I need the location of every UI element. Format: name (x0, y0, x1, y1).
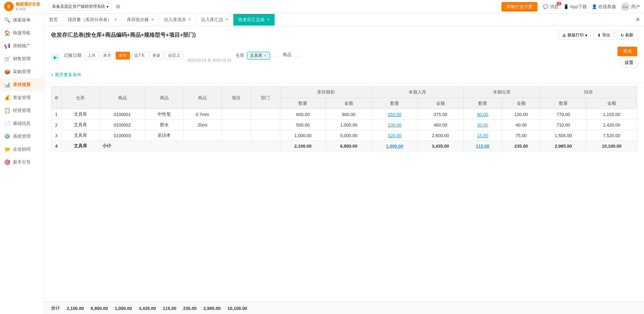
cell-closing-amt: 1,420.00 (586, 120, 637, 130)
tab-batch-ledger[interactable]: 库存批次账 ✕ (122, 14, 159, 26)
tab-recv-send-summary[interactable]: 收发存汇总表 ✕ (233, 14, 275, 26)
cell-out-qty[interactable]: 20.00 (463, 120, 502, 130)
tab-in-out-summary[interactable]: 出入库汇总 ✕ (196, 14, 233, 26)
tab-inventory-dist[interactable]: 现存量（库存分布表） ✕ (63, 14, 122, 26)
cell-goods-code: 0100002 (99, 120, 145, 130)
date-btn-this-month[interactable]: 本月 (100, 52, 114, 60)
system-selector[interactable]: 装备及固定资产辅助管理系统 ▾ (49, 3, 112, 11)
filter-row-main: ▶ 记账日期 上月 本月 本年 近7天 更多 自定义 (51, 47, 637, 68)
sidebar-item-marketing[interactable]: 📢 营销推广 (0, 39, 44, 52)
sidebar-item-search[interactable]: 🔍 搜索菜单 (0, 14, 44, 27)
filter-date-section: 记账日期 上月 本月 本年 近7天 更多 自定义 (64, 52, 183, 60)
refresh-icon: ↻ (621, 33, 624, 38)
date-btn-this-year[interactable]: 本年 (116, 52, 130, 60)
cell-in-qty[interactable]: 230.00 (372, 120, 418, 130)
filter-goods-section: 商品 ... (283, 52, 300, 58)
subtotal-in-qty[interactable]: 1,000.00 (372, 141, 418, 151)
cell-in-qty[interactable]: 520.00 (372, 130, 418, 141)
sidebar-item-enterprise[interactable]: 🤝 企业协同 (0, 143, 44, 156)
expand-conditions-button[interactable]: ▿ 展开更多条件 (51, 72, 81, 78)
sidebar-item-basic[interactable]: 📄 基础信息 (0, 117, 44, 130)
sidebar-item-quick-nav[interactable]: 🏠 快捷导航 (0, 27, 44, 39)
th-project: 项目 (222, 87, 251, 109)
expand-icon: ▿ (51, 72, 53, 78)
sidebar-item-purchase[interactable]: 📦 采购管理 (0, 65, 44, 78)
experience-button[interactable]: 体验行业方案 (501, 2, 538, 12)
date-btn-more[interactable]: 更多 (149, 52, 164, 60)
th-department: 部门 (251, 87, 280, 109)
cell-out-qty[interactable]: 15.00 (463, 130, 502, 141)
print-button[interactable]: 🖨 换版打印 ▾ (558, 31, 591, 40)
cell-goods-spec (183, 130, 222, 141)
warehouse-remove-button[interactable]: ✕ (264, 53, 267, 58)
sidebar-item-inventory[interactable]: 📊 库存核算 (0, 78, 44, 91)
query-button[interactable]: 查询 (617, 47, 637, 56)
date-range-text: 2023-01-01 至 2023-12-31 (187, 58, 232, 63)
close-all-tabs-button[interactable]: ✕ (631, 14, 644, 26)
cell-project (222, 109, 251, 120)
th-in-qty: 数量 (372, 98, 418, 109)
cell-department (251, 109, 280, 120)
cell-in-qty[interactable]: 250.00 (372, 109, 418, 120)
app-download-button[interactable]: 📱 App下载 (563, 4, 587, 10)
tab-inventory-dist-label: 现存量（库存分布表） (68, 17, 112, 23)
logo-subtitle: 标准版 (16, 7, 40, 12)
table-area: ⚙ 仓库 商品 商品 商品 项目 部门 库存期初 本期入库 本期出库 结存 (44, 86, 644, 158)
warehouse-value: 文具库 (250, 53, 262, 59)
sidebar-label-sales: 销售管理 (13, 56, 31, 62)
cell-goods-spec: 0.7mm (183, 109, 222, 120)
cell-closing-amt: 7,525.00 (586, 130, 637, 141)
footer-opening-qty: 2,100.00 (67, 306, 84, 311)
system-name: 装备及固定资产辅助管理系统 (52, 4, 105, 10)
online-service-button[interactable]: 👤 在线客服 (592, 4, 616, 10)
tab-home[interactable]: 首页 (44, 14, 63, 26)
messages-button[interactable]: 💬 消息 6 (543, 4, 559, 10)
th-goods-code: 商品 (99, 87, 145, 109)
warehouse-more-button[interactable]: ... (273, 53, 279, 58)
tab-home-label: 首页 (49, 17, 58, 23)
cell-in-amt: 375.00 (417, 109, 463, 120)
settings-button[interactable]: 设置 (621, 57, 637, 68)
th-opening-qty: 数量 (280, 98, 326, 109)
sidebar-label-basic: 基础信息 (13, 120, 31, 127)
tab-inventory-dist-close[interactable]: ✕ (114, 17, 117, 22)
tab-in-out-flow[interactable]: 出入库流水 ✕ (159, 14, 196, 26)
user-profile-button[interactable]: Ea 用户 (621, 2, 640, 11)
cell-closing-qty: 710.00 (540, 120, 586, 130)
export-button[interactable]: ⬆ 导出 (594, 31, 614, 40)
tab-in-out-flow-close[interactable]: ✕ (188, 17, 191, 22)
date-btn-custom[interactable]: 自定义 (165, 52, 183, 60)
tab-batch-ledger-close[interactable]: ✕ (151, 17, 154, 22)
footer-opening-amt: 6,900.00 (91, 306, 108, 311)
table-settings-col[interactable]: ⚙ (51, 87, 62, 109)
date-btn-last-month[interactable]: 上月 (84, 52, 99, 60)
top-icon-group: 💬 消息 6 📱 App下载 👤 在线客服 Ea 用户 (543, 2, 640, 11)
sidebar-item-guide[interactable]: 🎯 新手引导 (0, 156, 44, 169)
sidebar-item-sales[interactable]: 🛒 销售管理 (0, 52, 44, 65)
chevron-down-icon2: ▾ (585, 33, 587, 38)
logo-title: 畅捷通好生意 (16, 2, 40, 6)
sidebar-item-finance[interactable]: 💰 资金管理 (0, 91, 44, 104)
filter-toggle-button[interactable]: ▶ (51, 53, 60, 61)
messages-badge: 6 (557, 2, 561, 5)
sidebar-item-business[interactable]: 📋 经营管理 (0, 104, 44, 117)
subtotal-row: 4 文具库 小计 2,100.00 6,900.00 1,000.00 3,43… (51, 141, 637, 151)
tab-in-out-summary-close[interactable]: ✕ (225, 17, 228, 22)
date-btn-7days[interactable]: 近7天 (131, 52, 148, 60)
page-title: 收发存汇总表(按仓库+商品编码+商品+规格型号+项目+部门) (51, 32, 196, 39)
cell-out-qty[interactable]: 80.00 (463, 109, 502, 120)
gear-icon[interactable]: ⚙ (116, 3, 120, 10)
subtotal-out-qty[interactable]: 115.00 (463, 141, 502, 151)
chevron-down-icon: ▾ (106, 4, 109, 9)
th-closing-group: 结存 (540, 87, 637, 98)
tab-recv-send-summary-close[interactable]: ✕ (267, 17, 270, 22)
goods-more-button[interactable]: ... (294, 52, 300, 57)
logo-text-block: 畅捷通好生意 标准版 (16, 2, 40, 11)
print-icon: 🖨 (562, 33, 566, 38)
th-out-group: 本期出库 (463, 87, 540, 98)
cell-goods-code: 0100003 (99, 130, 145, 141)
sidebar-item-system[interactable]: ⚙️ 系统管理 (0, 130, 44, 143)
cell-out-amt: 120.00 (502, 109, 540, 120)
refresh-button[interactable]: ↻ 刷新 (617, 31, 637, 40)
cell-goods-name: 采访本 (145, 130, 183, 141)
